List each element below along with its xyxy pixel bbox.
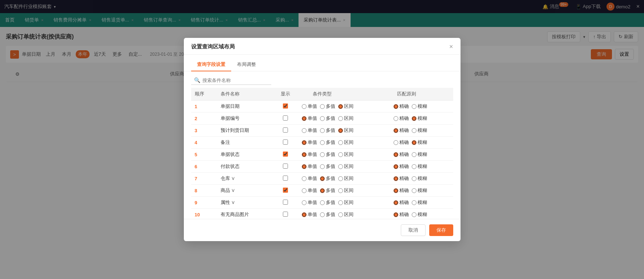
match-radio[interactable] — [394, 104, 398, 109]
type-radio[interactable] — [338, 200, 343, 205]
match-radio-item[interactable]: 模糊 — [412, 199, 427, 206]
type-radio[interactable] — [320, 116, 325, 121]
match-radio[interactable] — [394, 140, 398, 145]
match-radio[interactable] — [394, 200, 398, 205]
match-radio[interactable] — [412, 212, 416, 217]
match-radio[interactable] — [394, 176, 398, 181]
type-radio-item[interactable]: 多值 — [320, 187, 335, 194]
display-checkbox[interactable] — [283, 140, 288, 145]
match-radio[interactable] — [394, 212, 398, 217]
display-checkbox[interactable] — [283, 127, 288, 133]
type-radio-item[interactable]: 区间 — [338, 139, 353, 146]
match-radio[interactable] — [394, 164, 398, 169]
type-radio[interactable] — [320, 164, 325, 169]
match-radio[interactable] — [412, 200, 416, 205]
type-radio[interactable] — [338, 188, 343, 193]
type-radio-item[interactable]: 区间 — [338, 127, 353, 134]
type-radio-item[interactable]: 区间 — [338, 163, 353, 170]
type-radio-item[interactable]: 多值 — [320, 115, 335, 122]
display-checkbox[interactable] — [283, 188, 288, 193]
type-radio[interactable] — [302, 152, 307, 157]
type-radio-item[interactable]: 单值 — [302, 175, 317, 182]
type-radio-item[interactable]: 区间 — [338, 103, 353, 110]
type-radio[interactable] — [338, 212, 343, 217]
type-radio-item[interactable]: 区间 — [338, 199, 353, 206]
type-radio-item[interactable]: 区间 — [338, 187, 353, 194]
type-radio[interactable] — [302, 128, 307, 133]
match-radio-item[interactable]: 模糊 — [412, 103, 427, 110]
match-radio-item[interactable]: 精确 — [394, 163, 409, 170]
type-radio-item[interactable]: 单值 — [302, 115, 317, 122]
type-radio-item[interactable]: 单值 — [302, 139, 317, 146]
match-radio-item[interactable]: 精确 — [394, 139, 409, 146]
type-radio-item[interactable]: 单值 — [302, 163, 317, 170]
type-radio[interactable] — [302, 212, 307, 217]
display-checkbox[interactable] — [283, 115, 288, 121]
match-radio-item[interactable]: 精确 — [394, 151, 409, 158]
match-radio[interactable] — [412, 152, 416, 157]
match-radio-item[interactable]: 精确 — [394, 211, 409, 218]
type-radio[interactable] — [302, 104, 307, 109]
match-radio-item[interactable]: 模糊 — [412, 187, 427, 194]
match-radio-item[interactable]: 模糊 — [412, 163, 427, 170]
match-radio-item[interactable]: 模糊 — [412, 139, 427, 146]
type-radio-item[interactable]: 单值 — [302, 151, 317, 158]
type-radio[interactable] — [302, 188, 307, 193]
type-radio-item[interactable]: 多值 — [320, 175, 335, 182]
match-radio-item[interactable]: 模糊 — [412, 175, 427, 182]
type-radio-item[interactable]: 多值 — [320, 139, 335, 146]
match-radio[interactable] — [394, 116, 398, 121]
type-radio[interactable] — [338, 164, 343, 169]
match-radio-item[interactable]: 精确 — [394, 103, 409, 110]
type-radio-item[interactable]: 多值 — [320, 163, 335, 170]
type-radio[interactable] — [320, 188, 325, 193]
match-radio[interactable] — [394, 128, 398, 133]
match-radio[interactable] — [412, 164, 416, 169]
match-radio[interactable] — [412, 128, 416, 133]
match-radio-item[interactable]: 精确 — [394, 187, 409, 194]
modal-tab-layout[interactable]: 布局调整 — [231, 58, 262, 71]
match-radio-item[interactable]: 精确 — [394, 199, 409, 206]
type-radio[interactable] — [338, 116, 343, 121]
type-radio-item[interactable]: 单值 — [302, 199, 317, 206]
match-radio-item[interactable]: 精确 — [394, 127, 409, 134]
match-radio-item[interactable]: 模糊 — [412, 127, 427, 134]
type-radio-item[interactable]: 单值 — [302, 127, 317, 134]
type-radio[interactable] — [302, 116, 307, 121]
type-radio[interactable] — [338, 104, 343, 109]
type-radio-item[interactable]: 多值 — [320, 211, 335, 218]
match-radio-item[interactable]: 模糊 — [412, 115, 427, 122]
display-checkbox[interactable] — [283, 200, 288, 205]
type-radio[interactable] — [320, 200, 325, 205]
match-radio[interactable] — [412, 116, 416, 121]
type-radio[interactable] — [302, 140, 307, 145]
type-radio-item[interactable]: 多值 — [320, 199, 335, 206]
display-checkbox[interactable] — [283, 164, 288, 169]
match-radio[interactable] — [394, 152, 398, 157]
type-radio[interactable] — [302, 176, 307, 181]
match-radio[interactable] — [412, 188, 416, 193]
display-checkbox[interactable] — [283, 152, 288, 157]
type-radio-item[interactable]: 多值 — [320, 103, 335, 110]
match-radio-item[interactable]: 精确 — [394, 115, 409, 122]
type-radio[interactable] — [338, 140, 343, 145]
type-radio-item[interactable]: 单值 — [302, 211, 317, 218]
modal-close-btn[interactable]: × — [449, 43, 453, 51]
match-radio[interactable] — [412, 176, 416, 181]
type-radio[interactable] — [320, 176, 325, 181]
type-radio[interactable] — [338, 152, 343, 157]
save-btn[interactable]: 保存 — [429, 224, 453, 236]
type-radio[interactable] — [338, 128, 343, 133]
match-radio-item[interactable]: 模糊 — [412, 151, 427, 158]
match-radio[interactable] — [412, 104, 416, 109]
type-radio[interactable] — [338, 176, 343, 181]
type-radio-item[interactable]: 区间 — [338, 115, 353, 122]
search-input[interactable] — [202, 78, 268, 83]
display-checkbox[interactable] — [283, 212, 288, 217]
type-radio-item[interactable]: 单值 — [302, 103, 317, 110]
type-radio[interactable] — [320, 104, 325, 109]
type-radio[interactable] — [320, 212, 325, 217]
match-radio[interactable] — [394, 188, 398, 193]
type-radio-item[interactable]: 区间 — [338, 175, 353, 182]
type-radio[interactable] — [302, 164, 307, 169]
